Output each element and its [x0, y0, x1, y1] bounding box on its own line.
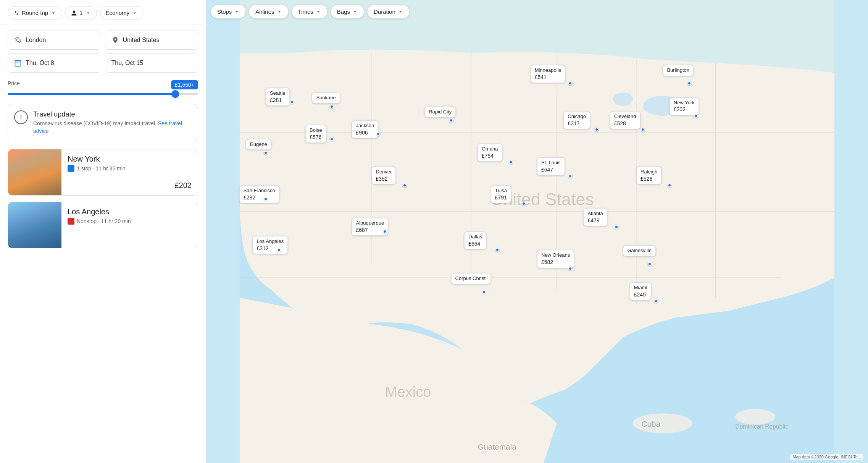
origin-icon: [14, 36, 22, 44]
marker-denver[interactable]: Denver £352: [372, 167, 396, 185]
date-from-field[interactable]: Thu, Oct 8: [8, 53, 101, 73]
marker-chicago[interactable]: Chicago £317: [563, 111, 590, 129]
class-chevron: [132, 10, 138, 16]
bags-filter[interactable]: Bags: [331, 5, 364, 19]
duration-chevron: [398, 9, 403, 15]
duration-filter-label: Duration: [374, 8, 395, 15]
dot-neworleans: [568, 267, 572, 270]
result-meta-newyork: 1 stop · 11 hr 35 min: [68, 165, 192, 172]
bags-filter-label: Bags: [337, 8, 350, 15]
dot-losangeles: [277, 248, 281, 252]
passengers-chevron: [85, 10, 91, 16]
travel-update-card: ! Travel update Coronavirus disease (COV…: [8, 104, 198, 141]
svg-text:Guatemala: Guatemala: [478, 442, 516, 451]
result-card-losangeles[interactable]: Los Angeles Nonstop · 11 hr 20 min: [8, 202, 198, 248]
result-meta-losangeles: Nonstop · 11 hr 20 min: [68, 218, 192, 225]
marker-gainesville[interactable]: Gainesville: [623, 245, 656, 256]
slider-thumb[interactable]: [171, 90, 179, 98]
airline-badge-losangeles: [68, 218, 74, 225]
dot-albuquerque: [383, 230, 387, 233]
svg-text:Cuba: Cuba: [642, 419, 661, 428]
stops-filter[interactable]: Stops: [211, 5, 246, 19]
airlines-chevron: [277, 9, 282, 15]
destination-value: United States: [123, 37, 160, 44]
destination-icon: [111, 36, 119, 44]
update-content: Travel update Coronavirus disease (COVID…: [33, 110, 192, 135]
dot-corpuschristi: [482, 290, 486, 294]
trip-type-label: Round trip: [22, 10, 48, 16]
dot-newyork: [694, 114, 698, 118]
marker-seattle[interactable]: Seattle £281: [266, 88, 289, 106]
stops-chevron: [234, 9, 239, 15]
duration-filter[interactable]: Duration: [367, 5, 410, 19]
dot-raleigh: [668, 183, 671, 187]
times-filter[interactable]: Times: [292, 5, 328, 19]
marker-spokane[interactable]: Spokane: [312, 92, 340, 104]
airline-badge-newyork: [68, 165, 74, 172]
dot-minneapolis: [568, 81, 572, 85]
left-panel: Round trip 1 Economy London United State…: [0, 0, 206, 463]
dot-atlanta: [615, 225, 618, 229]
marker-neworleans[interactable]: New Orleans £582: [537, 250, 574, 268]
marker-jackson[interactable]: Jackson £906: [352, 120, 378, 138]
class-filter[interactable]: Economy: [100, 6, 144, 19]
price-slider[interactable]: [8, 93, 198, 95]
price-badge: £1,550+: [171, 80, 198, 89]
airlines-filter[interactable]: Airlines: [249, 5, 288, 19]
dot-seattle: [290, 100, 294, 104]
dot-rapidcity: [449, 118, 453, 122]
marker-newyork[interactable]: New York £202: [670, 97, 699, 115]
dot-chicago: [595, 128, 599, 131]
marker-raleigh[interactable]: Raleigh £528: [636, 167, 661, 185]
date-to-value: Thu, Oct 15: [111, 60, 144, 66]
result-stops-newyork: 1 stop · 11 hr 35 min: [77, 165, 126, 172]
times-filter-label: Times: [298, 8, 313, 15]
marker-losangeles[interactable]: Los Angeles £312: [252, 236, 288, 254]
marker-stlouis[interactable]: St. Louis £647: [537, 157, 565, 175]
marker-atlanta[interactable]: Atlanta £479: [583, 208, 607, 226]
marker-minneapolis[interactable]: Minneapolis £541: [531, 65, 565, 83]
passengers-filter[interactable]: 1: [65, 6, 97, 19]
result-image-newyork: [8, 149, 61, 195]
round-trip-icon: [13, 10, 19, 16]
marker-cleveland[interactable]: Cleveland £528: [610, 111, 641, 129]
dot-miami: [654, 299, 658, 303]
airlines-filter-label: Airlines: [255, 8, 274, 15]
map-filters: Stops Airlines Times Bags Duration: [211, 5, 410, 19]
marker-miami[interactable]: Miami £245: [630, 282, 652, 300]
dot-eugene: [264, 151, 268, 155]
result-image-losangeles: [8, 202, 61, 248]
marker-tulsa[interactable]: Tulsa £791: [491, 185, 511, 203]
price-section: £1,550+ Price: [0, 76, 206, 99]
origin-value: London: [26, 37, 46, 44]
price-label: Price: [8, 80, 198, 86]
result-card-newyork[interactable]: New York 1 stop · 11 hr 35 min £202: [8, 149, 198, 196]
svg-text:Mexico: Mexico: [385, 384, 431, 400]
dot-gainesville: [648, 262, 652, 266]
date-to-field[interactable]: Thu, Oct 15: [105, 53, 198, 73]
destination-field[interactable]: United States: [105, 31, 198, 50]
location-row: London United States: [8, 31, 198, 50]
dot-omaha: [509, 160, 513, 164]
marker-omaha[interactable]: Omaha £754: [478, 144, 502, 162]
svg-point-8: [613, 92, 633, 106]
class-label: Economy: [106, 10, 130, 16]
dot-tulsa: [522, 202, 526, 206]
origin-field[interactable]: London: [8, 31, 101, 50]
trip-type-filter[interactable]: Round trip: [8, 6, 62, 19]
map-panel: Stops Airlines Times Bags Duration: [206, 0, 868, 463]
update-title: Travel update: [33, 110, 192, 118]
marker-dallas[interactable]: Dallas £664: [464, 232, 486, 249]
calendar-icon: [14, 59, 22, 67]
marker-eugene[interactable]: Eugene: [246, 139, 271, 150]
dot-denver: [403, 183, 407, 187]
trip-type-chevron: [50, 10, 56, 16]
marker-boise[interactable]: Boise £576: [305, 125, 326, 143]
marker-corpuschristi[interactable]: Corpus Christi: [451, 273, 491, 284]
marker-rapidcity[interactable]: Rapid City: [424, 107, 456, 118]
svg-point-1: [15, 37, 21, 43]
marker-burlington[interactable]: Burlington: [663, 65, 694, 76]
marker-albuquerque[interactable]: Albuquerque £687: [352, 218, 388, 236]
marker-sanfrancisco[interactable]: San Francisco £282: [239, 185, 279, 203]
update-text: Coronavirus disease (COVID-19) may impac…: [33, 120, 192, 135]
